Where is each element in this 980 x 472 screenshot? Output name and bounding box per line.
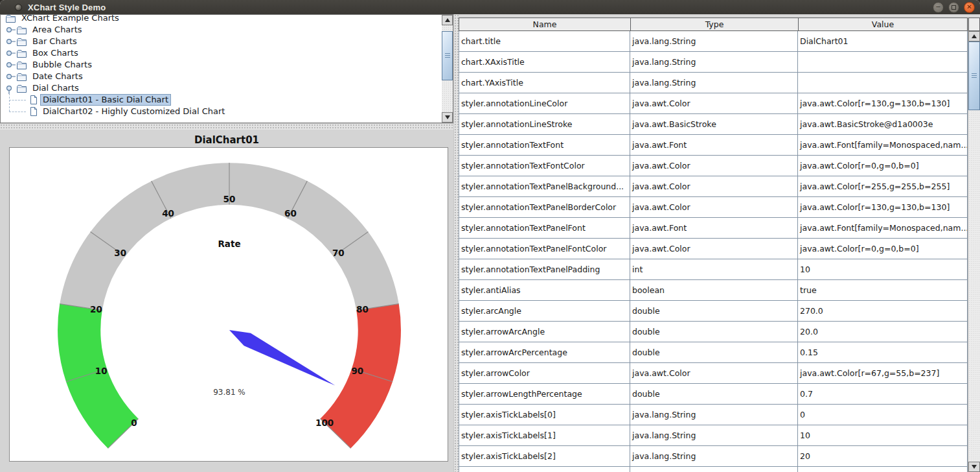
table-cell[interactable]: java.awt.Color[r=130,g=130,b=130] [798, 93, 968, 114]
tree-item[interactable]: Box Charts [1, 47, 442, 59]
scrollbar-thumb[interactable] [442, 31, 453, 80]
table-cell[interactable]: java.lang.String [630, 446, 798, 467]
table-cell[interactable]: DialChart01 [798, 31, 968, 52]
table-cell[interactable]: double [630, 342, 798, 363]
table-cell[interactable]: java.lang.String [630, 52, 798, 73]
table-cell[interactable]: 20.0 [798, 322, 968, 342]
table-cell[interactable]: styler.annotationTextPanelFont [459, 218, 630, 239]
table-cell[interactable]: styler.arrowArcAngle [459, 322, 630, 342]
table-cell[interactable]: 0.7 [798, 384, 968, 405]
tree-item[interactable]: Bar Charts [1, 36, 442, 47]
table-cell[interactable]: 0.15 [798, 342, 968, 363]
table-cell[interactable]: styler.annotationLineStroke [459, 114, 630, 135]
table-cell[interactable]: styler.arrowColor [459, 363, 630, 384]
column-header-value[interactable]: Value [798, 18, 968, 31]
table-cell[interactable]: true [798, 280, 968, 301]
table-cell[interactable]: java.awt.Color[r=255,g=255,b=255] [798, 176, 968, 197]
split-divider-horizontal[interactable] [0, 123, 453, 130]
table-cell[interactable]: java.awt.Color[r=130,g=130,b=130] [798, 197, 968, 218]
table-cell[interactable]: java.awt.Color [630, 239, 798, 259]
table-cell[interactable]: java.awt.Font[family=Monospaced,nam... [798, 218, 968, 239]
table-cell[interactable]: java.awt.Color [630, 93, 798, 114]
table-cell[interactable]: chart.YAxisTitle [459, 73, 630, 93]
scroll-down-button[interactable] [442, 112, 453, 123]
table-cell[interactable]: java.awt.BasicStroke@d1a0003e [798, 114, 968, 135]
dial-tick-label: 20 [90, 304, 102, 314]
table-cell[interactable]: 10 [798, 425, 968, 446]
table-cell[interactable]: double [630, 384, 798, 405]
table-cell[interactable] [798, 467, 968, 472]
minimize-button[interactable]: − [933, 2, 944, 13]
table-cell[interactable]: styler.annotationTextPanelFontColor [459, 239, 630, 259]
tree-item[interactable]: DialChart01 - Basic Dial Chart [1, 94, 442, 106]
scrollbar-thumb[interactable] [968, 41, 980, 110]
table-cell[interactable]: java.awt.Font [630, 218, 798, 239]
table-cell[interactable]: styler.annotationTextPanelBackground... [459, 176, 630, 197]
table-cell[interactable]: styler.antiAlias [459, 280, 630, 301]
table-cell[interactable]: 20 [798, 446, 968, 467]
table-cell[interactable]: java.lang.String [630, 425, 798, 446]
table-cell[interactable]: styler.axisTickLabels[2] [459, 446, 630, 467]
table-cell[interactable]: chart.XAxisTitle [459, 52, 630, 73]
expand-handle-icon[interactable] [3, 36, 16, 47]
title-bar[interactable]: XChart Style Demo − ✕ [0, 0, 980, 14]
table-cell[interactable]: double [630, 301, 798, 322]
table-cell[interactable] [798, 52, 968, 73]
tree-item[interactable]: Date Charts [1, 71, 442, 82]
table-cell[interactable]: java.awt.Color [630, 197, 798, 218]
column-header-type[interactable]: Type [630, 18, 798, 31]
table-cell[interactable]: java.awt.Color [630, 176, 798, 197]
table-cell[interactable]: java.awt.Font [630, 135, 798, 156]
table-cell[interactable]: 10 [798, 259, 968, 280]
table-cell[interactable]: java.awt.Color[r=0,g=0,b=0] [798, 156, 968, 176]
table-cell[interactable]: java.awt.Color[r=67,g=55,b=237] [798, 363, 968, 384]
table-cell[interactable]: java.awt.Color[r=0,g=0,b=0] [798, 239, 968, 259]
table-cell[interactable]: 270.0 [798, 301, 968, 322]
table-cell[interactable]: double [630, 322, 798, 342]
table-cell[interactable]: java.lang.String [630, 73, 798, 93]
table-cell[interactable]: styler.annotationTextPanelBorderColor [459, 197, 630, 218]
table-cell[interactable]: styler.axisTickLabels[0] [459, 405, 630, 425]
table-cell[interactable]: styler.annotationLineColor [459, 93, 630, 114]
table-cell[interactable] [798, 73, 968, 93]
table-cell[interactable]: 0 [798, 405, 968, 425]
expand-handle-icon[interactable] [3, 47, 16, 59]
table-cell[interactable] [630, 467, 798, 472]
maximize-button[interactable] [948, 2, 959, 13]
table-cell[interactable]: styler.annotationTextFont [459, 135, 630, 156]
tree-scrollbar[interactable] [442, 15, 453, 123]
expand-handle-icon[interactable] [3, 24, 16, 36]
table-cell[interactable]: styler.axisTickLabels[1] [459, 425, 630, 446]
table-cell[interactable]: styler.arrowLengthPercentage [459, 384, 630, 405]
tree-item[interactable]: Dial Charts [1, 82, 442, 94]
scroll-up-button[interactable] [442, 15, 453, 25]
table-cell[interactable]: int [630, 259, 798, 280]
table-cell[interactable]: java.awt.Font[family=Monospaced,nam... [798, 135, 968, 156]
tree-item[interactable]: Bubble Charts [1, 59, 442, 71]
column-header-name[interactable]: Name [459, 18, 630, 31]
close-button[interactable]: ✕ [964, 2, 975, 13]
table-cell[interactable]: chart.title [459, 31, 630, 52]
scroll-down-button[interactable] [968, 462, 980, 472]
table-cell[interactable]: java.lang.String [630, 405, 798, 425]
tree-item[interactable]: Area Charts [1, 24, 442, 36]
table-scrollbar[interactable] [968, 18, 980, 472]
scroll-up-button[interactable] [968, 31, 980, 41]
table-cell[interactable]: java.awt.Color [630, 363, 798, 384]
table-cell[interactable]: styler.annotationTextPanelPadding [459, 259, 630, 280]
table-cell[interactable]: styler.arrowArcPercentage [459, 342, 630, 363]
table-cell[interactable]: java.awt.BasicStroke [630, 114, 798, 135]
expand-handle-icon[interactable] [3, 59, 16, 71]
tree-item[interactable]: DialChart02 - Highly Customized Dial Cha… [1, 106, 442, 117]
table-cell[interactable] [459, 467, 630, 472]
expand-handle-icon[interactable] [3, 71, 16, 82]
tree-item[interactable]: XChart Example Charts [1, 15, 442, 24]
collapse-handle-icon[interactable] [3, 82, 16, 94]
table-row: styler.arrowArcPercentagedouble0.15 [459, 342, 968, 363]
table-cell[interactable]: styler.arcAngle [459, 301, 630, 322]
table-cell[interactable]: java.awt.Color [630, 156, 798, 176]
table-cell[interactable]: java.lang.String [630, 31, 798, 52]
table-cell[interactable]: styler.annotationTextFontColor [459, 156, 630, 176]
split-divider-vertical[interactable] [453, 14, 459, 472]
table-cell[interactable]: boolean [630, 280, 798, 301]
